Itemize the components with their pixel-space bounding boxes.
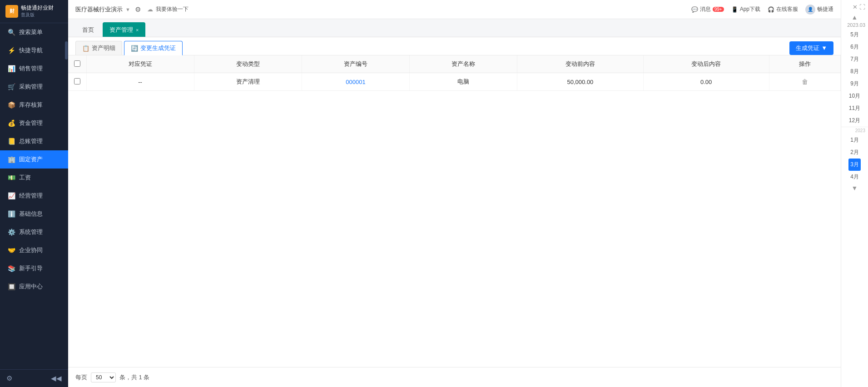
sidebar-item-purchase[interactable]: 🛒采购管理 — [0, 78, 68, 96]
company-dropdown-arrow[interactable]: ▼ — [125, 7, 130, 12]
avatar: 👤 — [805, 5, 815, 15]
tab-close-icon[interactable]: × — [136, 27, 139, 33]
sidebar-logo: 财 畅捷通好业财 普及版 — [0, 0, 68, 23]
col-action: 操作 — [769, 55, 840, 73]
row-checkbox-cell — [68, 73, 86, 91]
expand-panel-icon[interactable]: ⛶ — [859, 4, 865, 10]
inner-tab-row: 📋 资产明细 🔄 变更生成凭证 生成凭证 ▼ — [68, 37, 841, 55]
sidebar-item-search[interactable]: 🔍搜索菜单 — [0, 23, 68, 41]
tab-home[interactable]: 首页 — [75, 22, 101, 37]
sidebar-nav: 🔍搜索菜单⚡快捷导航📊销售管理🛒采购管理📦库存核算💰资金管理📒总账管理🏢固定资产… — [0, 23, 68, 369]
app-download-label: App下载 — [740, 5, 760, 13]
sales-icon: 📊 — [7, 64, 15, 73]
sidebar-item-funds[interactable]: 💰资金管理 — [0, 114, 68, 132]
service-icon: 🎧 — [768, 6, 774, 13]
online-service-btn[interactable]: 🎧 在线客服 — [768, 5, 798, 13]
settings-icon[interactable]: ⚙ — [6, 374, 12, 382]
scroll-down-arrow[interactable]: ▼ — [850, 183, 859, 193]
collapse-icon[interactable]: ◀◀ — [51, 374, 62, 382]
month-item[interactable]: 12月 — [847, 114, 862, 127]
company-name: 医疗器械行业演示 — [75, 5, 123, 14]
settings-gear-icon[interactable]: ⚙ — [135, 5, 141, 14]
sidebar-item-fixed-assets[interactable]: 🏢固定资产 — [0, 150, 68, 169]
sidebar-item-sales[interactable]: 📊销售管理 — [0, 60, 68, 78]
month-item[interactable]: 6月 — [847, 41, 862, 53]
tab-asset-management[interactable]: 资产管理 × — [103, 22, 145, 37]
quick-nav-icon: ⚡ — [7, 46, 15, 55]
month-item[interactable]: 9月 — [847, 78, 862, 90]
generate-voucher-btn[interactable]: 生成凭证 ▼ — [789, 41, 833, 55]
topbar: 医疗器械行业演示 ▼ ⚙ ☁ 我要体验一下 💬 消息 99+ 📱 App下载 🎧… — [68, 0, 841, 19]
sidebar-item-salary[interactable]: 💵工资 — [0, 169, 68, 187]
per-page-select[interactable]: 102050100 — [91, 372, 116, 382]
sidebar-item-ledger[interactable]: 📒总账管理 — [0, 132, 68, 150]
logo-text: 畅捷通好业财 — [21, 5, 54, 12]
sidebar-item-operations[interactable]: 📈经营管理 — [0, 187, 68, 205]
col-after: 变动后内容 — [643, 55, 769, 73]
month-item[interactable]: 1月 — [847, 134, 863, 146]
asset-tab-label: 资产管理 — [109, 26, 133, 34]
sidebar-item-cooperation[interactable]: 🤝企业协同 — [0, 241, 68, 259]
sidebar-item-guide[interactable]: 📚新手引导 — [0, 259, 68, 278]
cell-change-type: 资产清理 — [194, 73, 302, 91]
generate-btn-arrow: ▼ — [821, 45, 827, 51]
sidebar-label-purchase: 采购管理 — [19, 83, 43, 91]
topbar-right: 💬 消息 99+ 📱 App下载 🎧 在线客服 👤 畅捷通 — [691, 5, 833, 15]
cell-voucher: -- — [86, 73, 194, 91]
col-voucher: 对应凭证 — [86, 55, 194, 73]
select-all-checkbox[interactable] — [74, 60, 80, 67]
month-item[interactable]: 8月 — [847, 65, 862, 78]
user-area[interactable]: 👤 畅捷通 — [805, 5, 833, 15]
sidebar-label-operations: 经营管理 — [19, 192, 43, 200]
month-item[interactable]: 10月 — [847, 90, 862, 102]
month-item[interactable]: 5月 — [847, 29, 862, 41]
cooperation-icon: 🤝 — [7, 246, 15, 254]
sidebar-item-inventory[interactable]: 📦库存核算 — [0, 96, 68, 114]
topbar-title-area: 医疗器械行业演示 ▼ ⚙ ☁ 我要体验一下 — [75, 5, 688, 14]
ledger-icon: 📒 — [7, 137, 15, 145]
asset-detail-label: 资产明细 — [92, 44, 115, 52]
purchase-icon: 🛒 — [7, 83, 15, 91]
app-download-btn[interactable]: 📱 App下载 — [731, 5, 760, 13]
main-area: 医疗器械行业演示 ▼ ⚙ ☁ 我要体验一下 💬 消息 99+ 📱 App下载 🎧… — [68, 0, 841, 387]
month-item[interactable]: 2月 — [847, 146, 863, 159]
sidebar-label-search: 搜索菜单 — [19, 28, 43, 36]
experience-text[interactable]: 我要体验一下 — [156, 5, 188, 13]
sidebar-label-guide: 新手引导 — [19, 264, 43, 273]
pagination: 每页 102050100 条，共 1 条 — [68, 367, 841, 387]
col-asset-no: 资产编号 — [302, 55, 409, 73]
panel-header: ✕ ⛶ — [841, 2, 868, 12]
asset-table: 对应凭证 变动类型 资产编号 资产名称 变动前内容 变动后内容 操作 -- 资产… — [68, 55, 841, 91]
change-voucher-label: 变更生成凭证 — [140, 44, 176, 52]
sidebar-item-system[interactable]: ⚙️系统管理 — [0, 223, 68, 241]
logo-icon: 财 — [5, 5, 18, 18]
row-checkbox[interactable] — [74, 78, 80, 84]
total-label: 条，共 1 条 — [119, 373, 149, 382]
cell-asset-no: 000001 — [302, 73, 409, 91]
inventory-icon: 📦 — [7, 101, 15, 109]
guide-icon: 📚 — [7, 264, 15, 273]
messages-btn[interactable]: 💬 消息 99+ — [691, 5, 724, 13]
cloud-icon: ☁ — [147, 6, 153, 13]
close-panel-icon[interactable]: ✕ — [853, 4, 858, 10]
scroll-up-arrow[interactable]: ▲ — [850, 12, 859, 22]
sidebar-item-quick-nav[interactable]: ⚡快捷导航 — [0, 41, 68, 60]
inner-tab-asset-detail[interactable]: 📋 资产明细 — [75, 41, 122, 55]
year-2023-label: 2023 — [841, 127, 868, 134]
scrollbar-thumb[interactable] — [65, 41, 68, 60]
month-item[interactable]: 3月 — [848, 159, 861, 171]
month-item[interactable]: 11月 — [847, 102, 862, 114]
per-page-label: 每页 — [75, 373, 87, 382]
sidebar-label-salary: 工资 — [19, 174, 31, 182]
salary-icon: 💵 — [7, 174, 15, 182]
fixed-assets-icon: 🏢 — [7, 155, 15, 164]
month-item[interactable]: 7月 — [847, 53, 862, 65]
month-item[interactable]: 4月 — [847, 171, 863, 183]
sidebar-item-app-center[interactable]: 🔲应用中心 — [0, 278, 68, 296]
inner-tab-change-voucher[interactable]: 🔄 变更生成凭证 — [124, 41, 183, 55]
table-row: -- 资产清理 000001 电脑 50,000.00 0.00 🗑 — [68, 73, 841, 91]
sidebar-item-basic-info[interactable]: ℹ️基础信息 — [0, 205, 68, 223]
table-icon: 📋 — [82, 45, 89, 52]
sidebar-label-basic-info: 基础信息 — [19, 210, 43, 218]
delete-icon[interactable]: 🗑 — [802, 78, 808, 85]
